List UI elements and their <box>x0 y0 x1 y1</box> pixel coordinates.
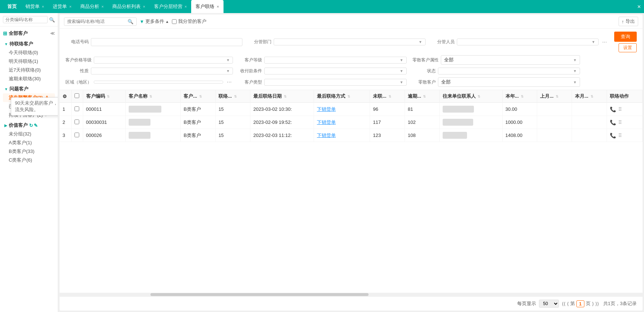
nav-tab-analysis-close[interactable]: × <box>101 4 104 9</box>
scrollbar-thumb[interactable] <box>150 293 369 296</box>
row-checkbox[interactable] <box>75 106 79 111</box>
sidebar-search-input[interactable] <box>3 16 48 23</box>
query-button[interactable]: 查询 <box>614 32 637 42</box>
toolbar: 🔍 ▼ 更多条件 ▲ 我分管的客户 ↑ 导出 <box>60 15 643 29</box>
settings-column-header[interactable]: ⚙ <box>60 90 71 103</box>
more-action-icon[interactable]: ⠿ <box>618 106 622 112</box>
contact-method-link[interactable]: 下销货单 <box>317 119 336 125</box>
nav-tab-customer-contact[interactable]: 客户联络 × <box>191 0 223 13</box>
sidebar-item-7days[interactable]: 近7天待联络(0) <box>3 66 55 74</box>
sidebar-search-icon[interactable]: 🔍 <box>49 17 55 23</box>
sidebar-collapse-icon[interactable]: ≪ <box>50 31 55 36</box>
horizontal-scrollbar[interactable] <box>60 293 643 296</box>
code-column-header[interactable]: 客户编码 ⇅ <box>83 90 125 103</box>
filter-customer-level-select[interactable]: ▼ <box>264 57 406 64</box>
filter-customer-type: 客户类型 ▼ <box>239 79 406 86</box>
this-year-column-header[interactable]: 本年... ⇅ <box>502 90 537 103</box>
nav-tab-customer-contact-close[interactable]: × <box>217 4 219 9</box>
sidebar-group-pending-title[interactable]: ▼ 待联络客户 <box>3 40 55 48</box>
nav-tab-analysis-list-close[interactable]: × <box>143 4 145 9</box>
settings-button[interactable]: 设置 <box>619 43 637 52</box>
contact-action-icon[interactable]: 📞 <box>610 106 616 112</box>
row-last-contact-method: 下销货单 <box>314 129 370 142</box>
contact-action-icon[interactable]: 📞 <box>610 119 616 125</box>
overdue-column-header[interactable]: 逾期... ⇅ <box>405 90 440 103</box>
filter-dept-label: 分管部门 <box>248 39 271 45</box>
action-column-header: 联络动作 <box>607 90 642 103</box>
last-contact-method-column-header[interactable]: 最后联络方式 ⇅ <box>314 90 370 103</box>
first-page-icon[interactable]: ⟨⟨ <box>562 301 565 307</box>
search-icon[interactable]: 🔍 <box>128 19 133 24</box>
checkbox-column-header[interactable] <box>71 90 83 103</box>
nav-tab-customer-tier-close[interactable]: × <box>185 4 187 9</box>
filter-region-more[interactable]: ··· <box>225 79 233 85</box>
refresh-icon[interactable]: ↻ <box>29 123 33 128</box>
sidebar-item-today[interactable]: 今天待联络(0) <box>3 48 55 57</box>
contact-action-icon[interactable]: 📞 <box>610 133 616 138</box>
row-checkbox-cell[interactable] <box>71 129 83 142</box>
last-page-icon[interactable]: ⟩⟩ <box>595 301 599 307</box>
filter-retail-customer-select[interactable]: 全部 ▼ <box>438 77 580 87</box>
sidebar-item-ungrouped[interactable]: 未分组(32) <box>3 130 55 138</box>
filter-customer-type-select[interactable]: ▼ <box>264 79 406 86</box>
nav-tab-home[interactable]: 首页 <box>3 0 21 13</box>
sidebar-item-overdue[interactable]: 逾期未联络(30) <box>3 74 55 83</box>
more-conditions-button[interactable]: ▼ 更多条件 ▲ <box>140 18 169 25</box>
contact-column-header[interactable]: 联络... ⇅ <box>216 90 250 103</box>
more-action-icon[interactable]: ⠿ <box>618 133 622 138</box>
uncontacted-column-header[interactable]: 未联... ⇅ <box>370 90 405 103</box>
type-column-header[interactable]: 客户... ⇅ <box>181 90 216 103</box>
contact-method-link[interactable]: 下销货单 <box>317 106 336 112</box>
more-action-icon[interactable]: ⠿ <box>618 119 622 125</box>
select-all-checkbox[interactable] <box>75 93 79 98</box>
row-checkbox[interactable] <box>75 133 79 137</box>
filter-payment-select[interactable]: ▼ <box>264 68 406 74</box>
row-last-contact-date: 2023-03-02 10:30: <box>250 103 314 116</box>
sidebar-item-tomorrow[interactable]: 明天待联络(1) <box>3 57 55 66</box>
my-customers-checkbox[interactable] <box>172 19 177 24</box>
last-month-column-header[interactable]: 上月... ⇅ <box>537 90 572 103</box>
arrow-down-icon: ▼ <box>4 42 8 46</box>
filter-manager-select[interactable]: ▼ <box>457 39 599 45</box>
next-page-icon[interactable]: ⟩ <box>592 301 594 307</box>
nav-tab-purchase-close[interactable]: × <box>69 4 71 9</box>
filter-status-select[interactable]: ▼ <box>438 68 580 74</box>
this-month-column-header[interactable]: 本月... ⇅ <box>572 90 607 103</box>
filter-manager-more[interactable]: ··· <box>601 39 608 45</box>
filter-nature-select[interactable]: ▼ <box>91 68 233 74</box>
filter-phone-input[interactable] <box>91 38 242 46</box>
nav-tab-customer-tier[interactable]: 客户分层经营 × <box>150 0 191 13</box>
sort-icon-uncontacted: ⇅ <box>389 95 391 98</box>
search-input[interactable] <box>67 19 125 24</box>
sidebar-item-class-a[interactable]: A类客户(1) <box>3 138 55 147</box>
per-page-select[interactable]: 50 100 200 <box>539 300 559 308</box>
content-area: 🔍 ▼ 更多条件 ▲ 我分管的客户 ↑ 导出 <box>60 15 643 311</box>
nav-tab-sales-close[interactable]: × <box>42 4 44 9</box>
nav-tab-sales[interactable]: 销货单 × <box>21 0 48 13</box>
close-all-button[interactable]: ✕ <box>637 4 641 9</box>
nav-tab-analysis-list[interactable]: 商品分析列表 × <box>108 0 149 13</box>
name-column-header[interactable]: 客户名称 ⇅ <box>125 90 181 103</box>
sidebar-item-class-b[interactable]: B类客户(33) <box>3 147 55 156</box>
edit-icon[interactable]: ✎ <box>34 123 38 128</box>
last-contact-date-column-header[interactable]: 最后联络日期 ⇅ <box>250 90 314 103</box>
row-checkbox-cell[interactable] <box>71 116 83 129</box>
sidebar-group-value-title[interactable]: ▶ 价值客户 ↻ ✎ <box>3 121 55 130</box>
sidebar-group-problem-title[interactable]: ▼ 问题客户 <box>3 85 55 93</box>
row-checkbox[interactable] <box>75 119 79 124</box>
nav-tab-purchase[interactable]: 进货单 × <box>48 0 76 13</box>
filter-dept-select[interactable]: ▼ <box>274 39 425 45</box>
prev-page-icon[interactable]: ⟨ <box>567 301 569 307</box>
filter-customer-level: 客户等级 ▼ <box>239 57 406 64</box>
contact-person-column-header[interactable]: 往来单位联系人 ⇅ <box>439 90 502 103</box>
export-button[interactable]: ↑ 导出 <box>619 17 639 26</box>
filter-phone: 电话号码 <box>65 38 242 46</box>
sidebar-item-class-c[interactable]: C类客户(6) <box>3 156 55 165</box>
sidebar-all-customers[interactable]: ⊞ 全部客户 ≪ <box>3 29 55 38</box>
filter-region-select[interactable] <box>94 81 223 84</box>
contact-method-link[interactable]: 下销货单 <box>317 133 336 138</box>
filter-price-level-select[interactable]: ▼ <box>94 57 233 64</box>
filter-retail-attr-select[interactable]: 全部 ▼ <box>441 55 580 65</box>
nav-tab-analysis[interactable]: 商品分析 × <box>76 0 108 13</box>
row-checkbox-cell[interactable] <box>71 103 83 116</box>
